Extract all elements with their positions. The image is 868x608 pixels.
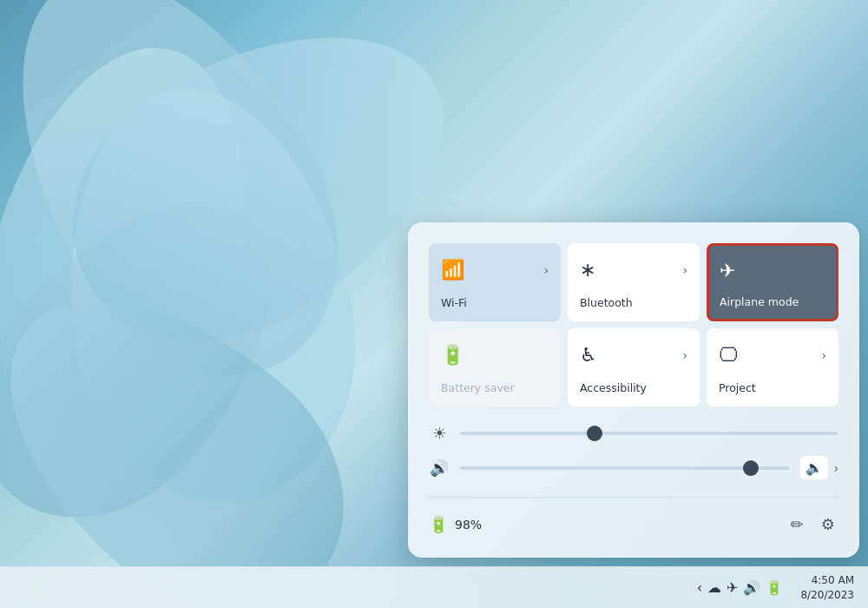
project-icon: 🖵 <box>719 344 738 366</box>
project-label: Project <box>719 381 756 394</box>
brightness-icon: ☀ <box>429 424 450 442</box>
airplane-mode-label: Airplane mode <box>720 295 799 308</box>
airplane-icon: ✈ <box>720 260 735 281</box>
edit-button[interactable]: ✏ <box>787 512 807 537</box>
tiles-grid: 📶 › Wi-Fi ∗ › Bluetooth ✈ Airplane mode … <box>429 243 838 406</box>
bluetooth-chevron-icon: › <box>682 263 687 277</box>
accessibility-chevron-icon: › <box>682 348 687 362</box>
accessibility-tile[interactable]: ♿ › Accessibility <box>568 328 700 406</box>
accessibility-icon: ♿ <box>580 344 597 366</box>
bluetooth-icon: ∗ <box>580 259 595 281</box>
volume-row: 🔊 🔈 › <box>429 456 838 479</box>
settings-button[interactable]: ⚙ <box>818 512 838 537</box>
battery-saver-icon: 🔋 <box>441 344 464 366</box>
taskbar-airplane-icon[interactable]: ✈ <box>727 579 738 596</box>
audio-chevron-icon[interactable]: › <box>833 461 838 475</box>
clock-date: 8/20/2023 <box>800 588 854 603</box>
airplane-mode-tile[interactable]: ✈ Airplane mode <box>707 243 838 321</box>
audio-device-icon[interactable]: 🔈 <box>800 456 828 479</box>
project-chevron-icon: › <box>821 348 826 362</box>
brightness-row: ☀ <box>429 424 838 442</box>
quick-settings-panel: 📶 › Wi-Fi ∗ › Bluetooth ✈ Airplane mode … <box>408 222 859 558</box>
clock-time: 4:50 AM <box>812 573 854 588</box>
bluetooth-tile[interactable]: ∗ › Bluetooth <box>568 243 700 321</box>
footer-actions: ✏ ⚙ <box>787 512 838 537</box>
battery-info: 🔋 98% <box>429 515 482 533</box>
project-tile[interactable]: 🖵 › Project <box>707 328 838 406</box>
volume-icon: 🔊 <box>429 459 450 477</box>
wifi-icon: 📶 <box>441 259 464 281</box>
cloud-icon[interactable]: ☁ <box>707 579 721 596</box>
wifi-chevron-icon: › <box>543 263 549 277</box>
volume-right: 🔈 › <box>800 456 838 479</box>
taskbar-clock[interactable]: 4:50 AM 8/20/2023 <box>797 573 858 603</box>
taskbar-battery-icon[interactable]: 🔋 <box>766 579 783 596</box>
taskbar: ‹ ☁ ✈ 🔊 🔋 4:50 AM 8/20/2023 <box>0 566 868 608</box>
taskbar-volume-icon[interactable]: 🔊 <box>743 579 760 596</box>
brightness-slider[interactable] <box>460 432 838 435</box>
battery-saver-tile[interactable]: 🔋 Battery saver <box>429 328 561 406</box>
wifi-label: Wi-Fi <box>441 296 467 309</box>
bluetooth-label: Bluetooth <box>580 296 633 309</box>
volume-slider[interactable] <box>460 466 790 470</box>
sliders-section: ☀ 🔊 🔈 › <box>429 424 838 479</box>
battery-charging-icon: 🔋 <box>429 515 448 533</box>
chevron-up-icon[interactable]: ‹ <box>697 579 702 596</box>
system-tray[interactable]: ‹ ☁ ✈ 🔊 🔋 <box>690 576 791 599</box>
battery-saver-label: Battery saver <box>441 381 515 394</box>
accessibility-label: Accessibility <box>580 381 647 394</box>
wifi-tile[interactable]: 📶 › Wi-Fi <box>429 243 561 321</box>
taskbar-right: ‹ ☁ ✈ 🔊 🔋 4:50 AM 8/20/2023 <box>690 573 858 603</box>
panel-footer: 🔋 98% ✏ ⚙ <box>429 497 838 537</box>
battery-percent: 98% <box>455 518 482 532</box>
